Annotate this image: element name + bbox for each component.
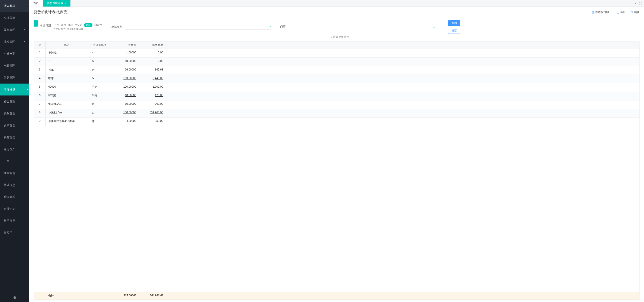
date-shortcut-last-7[interactable]: 近7天 (75, 23, 82, 27)
tab-1[interactable]: 要货单统计表× (43, 0, 71, 7)
cell-qty[interactable]: 100.00000 (112, 109, 139, 117)
cell-qty[interactable]: 4.00000 (112, 118, 139, 126)
col-header-unit[interactable]: 主计量单位 (87, 42, 112, 49)
sidebar-item-9[interactable]: 总账管理 (0, 107, 29, 119)
col-header-qty[interactable]: 主数量 (112, 42, 139, 49)
table-header: ⚙ 商品 主计量单位 主数量 零售金额 (34, 42, 639, 49)
gear-icon[interactable]: ⚙ (13, 295, 16, 300)
table-row[interactable]: 8小米12 Pro台100.00000539,900.00 (34, 109, 639, 118)
col-header-amount[interactable]: 零售金额 (139, 42, 166, 49)
filter-doc-type: 单据类型 ▼ (112, 25, 271, 30)
cell-qty[interactable]: 100.00000 (112, 83, 139, 92)
chevron-down-icon: ▼ (269, 26, 271, 28)
close-all-icon[interactable]: ✕ (634, 2, 637, 5)
cell-index: 7 (34, 100, 46, 109)
filter-bar: › 单据日期 上月 本月 本年 近7天 更多 自定义 (29, 18, 644, 41)
cell-qty[interactable]: 10.00000 (112, 58, 139, 66)
cell-index: 5 (34, 83, 46, 92)
fullscreen-icon[interactable]: ⛶ (639, 2, 642, 5)
expand-more-filters[interactable]: ⌄ 展开更多条件 (40, 34, 640, 41)
chevron-down-icon: ▼ (24, 29, 26, 31)
cell-qty[interactable]: 163.00000 (112, 75, 139, 83)
cell-amount[interactable]: 0.00 (139, 58, 166, 66)
sidebar-item-16[interactable]: 系统管理 (0, 191, 29, 203)
cell-qty[interactable]: 10.00000 (112, 92, 139, 100)
collapse-filter-toggle[interactable]: › (34, 20, 38, 27)
cell-amount[interactable]: 1,000.00 (139, 83, 166, 92)
doc-type-select[interactable]: ▼ (125, 25, 271, 30)
table-row[interactable]: 21米10.000000.00 (34, 58, 639, 66)
sidebar-item-3[interactable]: 批发管理▼ (0, 36, 29, 48)
table-row[interactable]: 6碎花裙千克10.00000120.00 (34, 92, 639, 100)
store-select[interactable]: ··· (288, 24, 434, 30)
cell-index: 2 (34, 58, 46, 66)
table-row[interactable]: 4咖啡米163.000002,445.00 (34, 75, 639, 83)
settings-button[interactable]: 设置 (448, 28, 460, 34)
print-by-template-button[interactable]: 按模板打印 ▼ (592, 10, 612, 14)
sidebar-item-13[interactable]: 工资 (0, 155, 29, 167)
cell-amount[interactable]: 120.00 (139, 92, 166, 100)
cell-amount[interactable]: 365.63 (139, 66, 166, 75)
sidebar-item-label: 电商管理 (4, 64, 15, 68)
print-icon (592, 11, 594, 14)
cell-qty[interactable]: 10.00000 (112, 100, 139, 109)
filter-date: 单据日期 上月 本月 本年 近7天 更多 自定义 2021-09-20 至 20… (40, 23, 102, 31)
table-row[interactable]: 9卡伊芙中老年女装妈妈...件4.00000952.00 (34, 118, 639, 126)
settings-column-icon[interactable]: ⚙ (39, 44, 41, 46)
cell-unit: 米 (87, 75, 112, 83)
cell-amount[interactable]: 0.00 (139, 49, 166, 58)
sidebar-item-1[interactable]: 快捷导航 (0, 12, 29, 24)
date-shortcut-last-month[interactable]: 上月 (54, 23, 59, 27)
table-row[interactable]: 7测试商品名米10.00000200.00 (34, 100, 639, 109)
sidebar-item-label: 批发管理 (4, 40, 15, 44)
sidebar-item-17[interactable]: 企业协同 (0, 203, 29, 215)
cell-index: 1 (34, 49, 46, 58)
tab-0[interactable]: 首页 (29, 0, 43, 7)
cell-amount[interactable]: 200.00 (139, 100, 166, 109)
sidebar-item-8[interactable]: 资金管理 (0, 96, 29, 107)
filter-store-label: 门店 (280, 24, 286, 29)
date-shortcut-this-month[interactable]: 本月 (61, 23, 66, 27)
filter-store: 门店 ··· (280, 24, 434, 30)
cell-amount[interactable]: 952.00 (139, 118, 166, 126)
cell-amount[interactable]: 2,445.00 (139, 75, 166, 83)
sidebar-item-14[interactable]: 经营管理 (0, 167, 29, 179)
cell-amount[interactable]: 539,900.00 (139, 109, 166, 117)
export-button[interactable]: 导出 (616, 10, 626, 14)
sidebar-item-7[interactable]: 库存核算 (0, 84, 29, 96)
cell-index: 4 (34, 75, 46, 83)
sidebar-item-label: 系统管理 (4, 195, 15, 199)
sidebar-item-4[interactable]: 小畅电商 (0, 48, 29, 60)
cell-qty[interactable]: 1.00000 (112, 49, 139, 58)
sidebar-item-label: 搜索菜单 (4, 4, 15, 8)
chevron-down-icon: ▼ (610, 11, 612, 13)
close-icon[interactable]: × (65, 2, 66, 5)
sidebar-item-0[interactable]: 搜索菜单 (0, 0, 29, 12)
table-row[interactable]: 3可乐米26.00000365.63 (34, 66, 639, 75)
sidebar: 搜索菜单快捷导航零售管理▼批发管理▼小畅电商电商管理采购管理库存核算资金管理总账… (0, 0, 29, 302)
sidebar-item-2[interactable]: 零售管理▼ (0, 24, 29, 36)
date-shortcut-more[interactable]: 更多 (84, 23, 92, 27)
footer-qty: 424.00000 (112, 292, 139, 299)
table-row[interactable]: 500000千克100.000001,000.00 (34, 83, 639, 92)
sidebar-item-5[interactable]: 电商管理 (0, 60, 29, 72)
query-button[interactable]: 查询 (448, 20, 460, 26)
refresh-button[interactable]: 刷新 (630, 10, 640, 14)
sidebar-item-18[interactable]: 新手引导 (0, 215, 29, 227)
date-shortcut-this-year[interactable]: 本年 (68, 23, 73, 27)
chevron-double-down-icon: ⌄ (330, 36, 332, 38)
cell-unit: 台 (87, 109, 112, 117)
cell-qty[interactable]: 26.00000 (112, 66, 139, 75)
sidebar-item-19[interactable]: 云应用 (0, 227, 29, 239)
sidebar-item-12[interactable]: 固定资产 (0, 143, 29, 155)
sidebar-item-11[interactable]: 税务管理 (0, 131, 29, 143)
sidebar-item-6[interactable]: 采购管理 (0, 72, 29, 84)
main: 首页要货单统计表× ✕ ⛶ 要货单统计表(按商品) 按模板打印 ▼ 导出 (29, 0, 644, 302)
cell-unit: 米 (87, 58, 112, 66)
sidebar-item-15[interactable]: 基础信息 (0, 179, 29, 191)
date-shortcut-custom[interactable]: 自定义 (94, 23, 102, 27)
col-header-product[interactable]: 商品 (46, 42, 87, 49)
table-row[interactable]: 1奥迪哦个1.000000.00 (34, 49, 639, 58)
sidebar-item-label: 企业协同 (4, 207, 15, 211)
sidebar-item-10[interactable]: 发票管理 (0, 119, 29, 131)
